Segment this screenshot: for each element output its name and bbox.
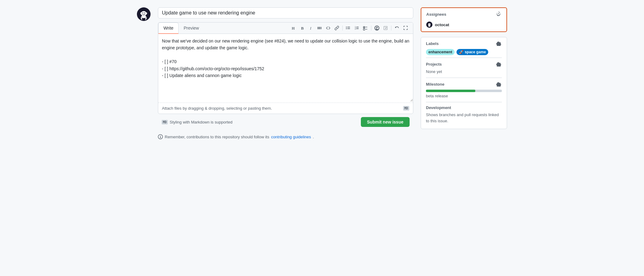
labels-title: Labels bbox=[426, 41, 439, 46]
assignee-avatar bbox=[426, 22, 432, 28]
development-text: Shows branches and pull requests linked … bbox=[426, 112, 499, 123]
contributing-note: Remember, contributions to this reposito… bbox=[158, 134, 413, 139]
tabs-toolbar-row: Write Preview H B I bbox=[158, 22, 413, 34]
projects-header: Projects bbox=[426, 61, 502, 67]
assignees-section: Assignees bbox=[421, 7, 507, 32]
md-badge: MD bbox=[403, 106, 409, 111]
svg-text:B: B bbox=[301, 26, 304, 30]
svg-rect-9 bbox=[319, 27, 320, 29]
markdown-note-text: Styling with Markdown is supported bbox=[170, 120, 233, 124]
undo-btn[interactable] bbox=[393, 24, 401, 32]
svg-rect-16 bbox=[356, 27, 359, 27]
heading-btn[interactable]: H bbox=[290, 24, 297, 32]
editor-tabs: Write Preview bbox=[158, 22, 204, 34]
svg-rect-10 bbox=[321, 27, 321, 29]
labels-container: Labels enhancement 🚀 space game bbox=[421, 37, 507, 58]
milestone-progress-bar-bg bbox=[426, 90, 502, 92]
contributing-text-after: . bbox=[313, 135, 314, 139]
labels-header: Labels bbox=[426, 40, 502, 47]
svg-rect-12 bbox=[347, 27, 350, 27]
issue-body-textarea[interactable]: Now that we've decided on our new render… bbox=[158, 34, 413, 102]
projects-value: None yet bbox=[426, 69, 442, 74]
projects-title: Projects bbox=[426, 62, 442, 67]
milestone-gear-btn[interactable] bbox=[496, 81, 502, 87]
issue-title-input[interactable]: Update game to use new rendering engine bbox=[158, 7, 413, 18]
user-avatar-container bbox=[137, 7, 151, 21]
labels-gear-icon bbox=[496, 41, 501, 46]
assignees-body: octocat bbox=[421, 20, 506, 31]
labels-gear-btn[interactable] bbox=[496, 40, 502, 47]
assignees-gear-btn[interactable] bbox=[495, 11, 502, 17]
milestone-progress-bar-fill bbox=[426, 90, 475, 92]
svg-rect-21 bbox=[363, 29, 365, 30]
development-section: Development Shows branches and pull requ… bbox=[421, 102, 507, 129]
svg-rect-18 bbox=[356, 28, 359, 29]
svg-point-25 bbox=[429, 24, 429, 24]
assignees-header: Assignees bbox=[421, 8, 506, 20]
toolbar-sep-2 bbox=[371, 26, 371, 30]
milestone-gear-icon bbox=[496, 82, 501, 87]
label-badges: enhancement 🚀 space game bbox=[426, 49, 502, 55]
link-btn[interactable] bbox=[333, 24, 341, 32]
bold-btn[interactable]: B bbox=[299, 24, 306, 32]
italic-btn[interactable]: I bbox=[307, 24, 315, 32]
svg-rect-8 bbox=[318, 27, 319, 29]
issue-editor-container: Update game to use new rendering engine … bbox=[158, 7, 413, 139]
sidebar: Assignees bbox=[421, 7, 507, 129]
label-space-game: 🚀 space game bbox=[456, 49, 488, 55]
svg-point-13 bbox=[346, 28, 347, 29]
contributing-guidelines-link[interactable]: contributing guidelines bbox=[271, 135, 311, 139]
numbered-list-btn[interactable]: 1.2. bbox=[353, 24, 361, 32]
editor-footer: MD Styling with Markdown is supported Su… bbox=[158, 114, 413, 131]
svg-point-2 bbox=[142, 13, 143, 14]
svg-text:H: H bbox=[292, 26, 295, 30]
labels-section: Labels enhancement 🚀 space game Projects bbox=[421, 37, 507, 129]
info-icon bbox=[158, 134, 163, 139]
editor-box: Write Preview H B I bbox=[158, 22, 413, 114]
markdown-badge-footer: MD bbox=[162, 120, 168, 124]
svg-rect-22 bbox=[365, 29, 367, 30]
svg-text:2.: 2. bbox=[355, 28, 357, 30]
attach-area: Attach files by dragging & dropping, sel… bbox=[158, 103, 413, 114]
avatar bbox=[137, 7, 151, 21]
page-wrapper: Update game to use new rendering engine … bbox=[137, 7, 507, 139]
submit-new-issue-button[interactable]: Submit new issue bbox=[361, 117, 410, 127]
milestone-name: beta release bbox=[426, 94, 448, 98]
assignees-title: Assignees bbox=[426, 12, 446, 17]
fullscreen-btn[interactable] bbox=[402, 24, 409, 32]
svg-text:I: I bbox=[310, 26, 312, 30]
milestone-section: Milestone beta release bbox=[421, 78, 507, 102]
svg-rect-14 bbox=[347, 28, 350, 29]
development-title: Development bbox=[426, 105, 451, 110]
bullet-list-btn[interactable] bbox=[345, 24, 352, 32]
milestone-header: Milestone bbox=[426, 81, 502, 87]
svg-point-26 bbox=[430, 24, 430, 24]
editor-toolbar: H B I bbox=[286, 22, 413, 34]
attach-placeholder: Attach files by dragging & dropping, sel… bbox=[162, 106, 272, 111]
projects-gear-btn[interactable] bbox=[496, 61, 502, 67]
assignee-name: octocat bbox=[435, 22, 449, 27]
reference-btn[interactable] bbox=[382, 24, 389, 32]
projects-gear-icon bbox=[496, 62, 501, 67]
milestone-title: Milestone bbox=[426, 82, 444, 87]
write-tab[interactable]: Write bbox=[158, 22, 179, 34]
preview-tab[interactable]: Preview bbox=[179, 22, 204, 34]
svg-point-3 bbox=[144, 13, 145, 14]
toolbar-sep-3 bbox=[391, 26, 391, 30]
projects-section: Projects None yet bbox=[421, 58, 507, 78]
contributing-text-before: Remember, contributions to this reposito… bbox=[165, 135, 269, 139]
markdown-note: MD Styling with Markdown is supported bbox=[162, 120, 233, 124]
toolbar-sep-1 bbox=[342, 26, 343, 30]
code-btn[interactable] bbox=[324, 24, 332, 32]
svg-point-11 bbox=[346, 27, 347, 28]
quote-btn[interactable] bbox=[316, 24, 323, 32]
task-list-btn[interactable] bbox=[362, 24, 369, 32]
development-header: Development bbox=[426, 105, 502, 110]
svg-point-27 bbox=[428, 25, 431, 27]
svg-rect-20 bbox=[365, 27, 367, 27]
label-enhancement: enhancement bbox=[426, 49, 455, 55]
mention-btn[interactable] bbox=[373, 24, 381, 32]
gear-icon bbox=[496, 12, 501, 17]
assignee-row: octocat bbox=[426, 22, 502, 28]
